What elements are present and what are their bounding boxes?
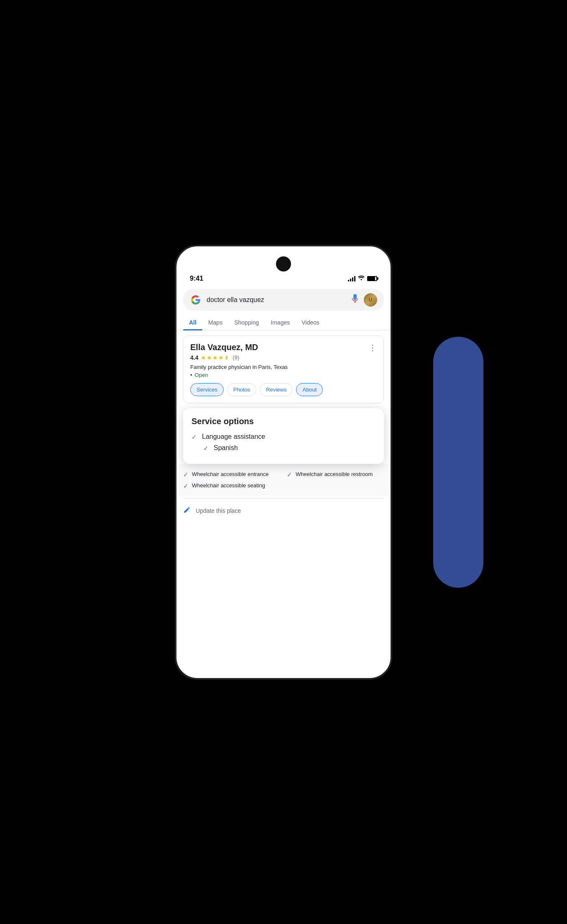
search-query[interactable]: doctor ella vazquez [207,296,346,304]
signal-bars-icon [348,276,355,282]
edit-icon [183,506,191,516]
tab-shopping[interactable]: Shopping [228,316,265,330]
search-bar[interactable]: doctor ella vazquez U [183,289,384,311]
user-avatar[interactable]: U [364,293,377,307]
section-divider [183,498,384,499]
accessibility-label-restroom: Wheelchair accessible restroom [296,471,373,478]
camera-notch [276,256,291,271]
service-options-title: Service options [192,417,375,426]
tab-images[interactable]: Images [265,316,296,330]
location-separator: • [190,372,192,378]
accessibility-item-restroom: ✓ Wheelchair accessible restroom [287,471,384,479]
star-4: ★ [218,354,224,361]
check-icon-seating: ✓ [183,482,189,490]
action-chips: Services Photos Reviews About [190,383,377,396]
star-rating: ★ ★ ★ ★ ⯨ [201,354,230,361]
review-count: (9) [232,354,239,361]
google-logo [190,294,202,306]
kp-rating: 4.4 ★ ★ ★ ★ ⯨ (9) [190,354,377,361]
accessibility-grid: ✓ Wheelchair accessible entrance ✓ Wheel… [183,471,384,490]
knowledge-panel-card: Ella Vazquez, MD ⋮ 4.4 ★ ★ ★ ★ ⯨ (9) Fam… [183,335,384,403]
accessibility-section: ✓ Wheelchair accessible entrance ✓ Wheel… [176,464,391,497]
tab-videos[interactable]: Videos [296,316,325,330]
service-label-language: Language assistance [202,433,265,440]
accessibility-label-seating: Wheelchair accessible seating [192,482,265,489]
open-status: Open [195,372,208,378]
kp-description: Family practice physician in Paris, Texa… [190,363,377,371]
star-1: ★ [201,354,206,361]
service-item-spanish: ✓ Spanish [192,444,375,452]
status-time: 9:41 [190,275,203,282]
accessibility-item-seating: ✓ Wheelchair accessible seating [183,482,280,490]
rating-number: 4.4 [190,354,198,361]
check-icon-entrance: ✓ [183,471,189,479]
check-icon-spanish: ✓ [203,445,209,452]
kp-title: Ella Vazquez, MD [190,343,258,352]
service-label-spanish: Spanish [214,444,238,452]
tab-maps[interactable]: Maps [202,316,228,330]
star-half: ⯨ [224,354,230,361]
wifi-icon [358,275,365,282]
scene: 9:41 [0,0,567,924]
filter-tabs: All Maps Shopping Images Videos [176,316,391,330]
service-item-language: ✓ Language assistance [192,433,375,441]
more-options-icon[interactable]: ⋮ [368,343,377,353]
kp-status-line: • Open [190,372,377,378]
update-place-section[interactable]: Update this place [176,500,391,522]
service-options-card: Service options ✓ Language assistance ✓ … [183,408,384,464]
check-icon-language: ✓ [192,433,197,441]
svg-point-0 [354,294,356,298]
blue-accent-decoration [433,337,483,588]
kp-header: Ella Vazquez, MD ⋮ [190,343,377,353]
microphone-icon[interactable] [351,294,359,305]
star-2: ★ [207,354,212,361]
accessibility-label-entrance: Wheelchair accessible entrance [192,471,269,478]
update-place-label: Update this place [196,507,241,514]
chip-reviews[interactable]: Reviews [260,383,293,396]
status-icons [348,275,377,282]
chip-photos[interactable]: Photos [227,383,256,396]
star-3: ★ [212,354,218,361]
battery-icon [367,276,377,281]
tab-all[interactable]: All [183,316,202,330]
chip-services[interactable]: Services [190,383,224,396]
chip-about[interactable]: About [296,383,323,396]
check-icon-restroom: ✓ [287,471,292,479]
phone-frame: 9:41 [175,245,392,680]
accessibility-item-entrance: ✓ Wheelchair accessible entrance [183,471,280,479]
